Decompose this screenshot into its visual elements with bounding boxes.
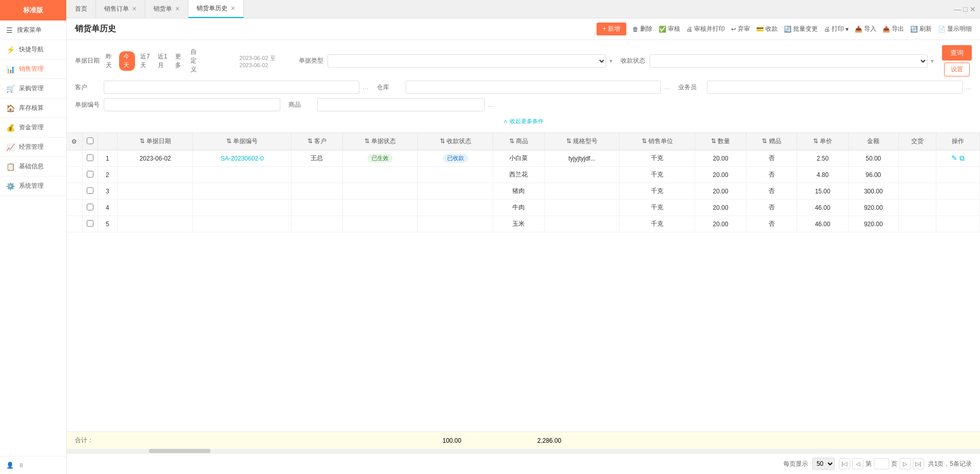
row-gear[interactable]: [67, 200, 82, 216]
abandon-button[interactable]: ↩ 弃审: [731, 25, 750, 33]
batch-change-button[interactable]: 🔄 批量变更: [784, 25, 818, 33]
row-gear[interactable]: [67, 216, 82, 232]
col-goods[interactable]: ⇅ 商品: [493, 133, 544, 150]
col-checkbox[interactable]: [82, 133, 98, 150]
col-customer[interactable]: ⇅ 客户: [292, 133, 342, 150]
row-doc-no[interactable]: [193, 216, 292, 232]
col-qty[interactable]: ⇅ 数量: [695, 133, 746, 150]
export-button[interactable]: 📤 导出: [882, 25, 904, 33]
page-input[interactable]: 1: [874, 458, 889, 469]
display-detail-button[interactable]: 📄 显示明细: [938, 25, 972, 33]
collect-button[interactable]: 💳 收款: [756, 25, 778, 33]
audit-button[interactable]: ✅ 审核: [659, 25, 680, 33]
tab-sales-delivery[interactable]: 销货单 ✕: [145, 0, 188, 18]
sidebar-item-basic-info[interactable]: 📋 基础信息: [0, 157, 66, 176]
print-button[interactable]: 🖨 打印 ▾: [824, 25, 849, 33]
col-price[interactable]: ⇅ 单价: [797, 133, 848, 150]
row-select-checkbox[interactable]: [87, 204, 93, 210]
date-shortcut-custom[interactable]: 自定义: [188, 47, 204, 75]
col-doc-date[interactable]: ⇅ 单据日期: [118, 133, 193, 150]
col-spec[interactable]: ⇅ 规格型号: [544, 133, 620, 150]
row-select-checkbox[interactable]: [87, 187, 93, 194]
doc-no-input[interactable]: [104, 98, 280, 111]
set-button[interactable]: 设置: [944, 63, 970, 76]
sidebar-item-finance[interactable]: 💰 资金管理: [0, 118, 66, 137]
row-checkbox[interactable]: [82, 183, 98, 200]
doc-type-select[interactable]: [328, 54, 606, 68]
refresh-button[interactable]: 🔃 刷新: [910, 25, 932, 33]
row-qty: 20.00: [695, 150, 746, 167]
tab-sales-order[interactable]: 销售订单 ✕: [96, 0, 145, 18]
tab-sales-history-close[interactable]: ✕: [230, 5, 235, 12]
row-checkbox[interactable]: [82, 167, 98, 183]
scrollbar-area[interactable]: [67, 449, 980, 453]
tab-sales-delivery-close[interactable]: ✕: [175, 6, 180, 12]
goods-dots[interactable]: …: [488, 101, 494, 108]
customer-dots[interactable]: …: [362, 84, 369, 91]
filter-collapse-btn[interactable]: ∧ 收起更多条件: [75, 115, 972, 127]
row-doc-no[interactable]: [193, 200, 292, 216]
delete-button[interactable]: 🗑 删除: [632, 25, 652, 33]
tab-sales-order-close[interactable]: ✕: [132, 6, 137, 12]
per-page-select[interactable]: 50: [812, 458, 835, 470]
query-button[interactable]: 查询: [942, 45, 972, 61]
import-button[interactable]: 📥 导入: [855, 25, 876, 33]
row-amount: 50.00: [848, 150, 898, 167]
scrollbar-thumb[interactable]: [149, 449, 210, 453]
minimize-icon[interactable]: —: [954, 5, 962, 13]
warehouse-input[interactable]: [406, 81, 661, 94]
sidebar-item-quick-nav[interactable]: ⚡ 快捷导航: [0, 40, 66, 60]
salesperson-input[interactable]: [707, 81, 963, 94]
row-doc-no[interactable]: [193, 183, 292, 200]
date-shortcut-7days[interactable]: 近7天: [138, 51, 152, 71]
row-doc-no[interactable]: SA-20230602-0: [193, 150, 292, 167]
row-gear[interactable]: [67, 183, 82, 200]
row-checkbox[interactable]: [82, 200, 98, 216]
select-all-checkbox[interactable]: [87, 137, 93, 144]
col-gift[interactable]: ⇅ 赠品: [746, 133, 797, 150]
close-icon[interactable]: ✕: [970, 5, 976, 13]
tab-home[interactable]: 首页: [67, 0, 96, 18]
edit-btn[interactable]: ✎: [951, 154, 957, 162]
col-unit[interactable]: ⇅ 销售单位: [620, 133, 695, 150]
salesperson-label: 业务员: [678, 83, 704, 92]
date-shortcut-today[interactable]: 今天: [119, 51, 136, 71]
date-shortcut-more[interactable]: 更多: [173, 51, 185, 71]
sidebar-item-search-menu[interactable]: ☰ 搜索菜单: [0, 21, 66, 40]
customer-input[interactable]: [104, 81, 359, 94]
sidebar-item-inventory[interactable]: 🏠 库存核算: [0, 98, 66, 118]
copy-btn[interactable]: ⧉: [959, 154, 965, 162]
row-select-checkbox[interactable]: [87, 154, 93, 161]
sidebar-item-purchase-mgmt[interactable]: 🛒 采购管理: [0, 79, 66, 98]
row-gear[interactable]: [67, 150, 82, 167]
page-first-btn[interactable]: |◁: [839, 458, 850, 469]
page-prev-btn[interactable]: ◁: [852, 458, 863, 469]
maximize-icon[interactable]: □: [964, 5, 968, 13]
payment-status-select[interactable]: [649, 54, 928, 68]
row-payment-status: [418, 200, 493, 216]
goods-input[interactable]: [317, 98, 485, 111]
date-shortcut-1month[interactable]: 近1月: [156, 51, 170, 71]
new-button[interactable]: + 新增: [597, 23, 626, 35]
col-doc-no[interactable]: ⇅ 单据编号: [193, 133, 292, 150]
row-doc-no[interactable]: [193, 167, 292, 183]
row-checkbox[interactable]: [82, 150, 98, 167]
col-payment-status[interactable]: ⇅ 收款状态: [418, 133, 493, 150]
row-select-checkbox[interactable]: [87, 220, 93, 227]
salesperson-dots[interactable]: …: [966, 84, 972, 91]
row-checkbox[interactable]: [82, 216, 98, 232]
page-last-btn[interactable]: ▷|: [913, 458, 924, 469]
col-doc-status[interactable]: ⇅ 单据状态: [342, 133, 418, 150]
row-select-checkbox[interactable]: [87, 171, 93, 177]
warehouse-dots[interactable]: …: [664, 84, 670, 91]
sidebar-collapse-icon[interactable]: ⏸: [18, 462, 24, 469]
audit-print-button[interactable]: 🖨 审核并打印: [686, 25, 725, 33]
row-gear[interactable]: [67, 167, 82, 183]
sidebar-item-sys-mgmt[interactable]: ⚙️ 系统管理: [0, 176, 66, 196]
sidebar-item-sales-mgmt[interactable]: 📊 销售管理: [0, 60, 66, 79]
tab-sales-history[interactable]: 销货单历史 ✕: [188, 0, 244, 18]
sidebar-item-operations[interactable]: 📈 经营管理: [0, 137, 66, 157]
date-shortcut-yesterday[interactable]: 昨天: [104, 51, 116, 71]
page-next-btn[interactable]: ▷: [899, 458, 911, 469]
col-gear[interactable]: ⚙: [67, 133, 82, 150]
